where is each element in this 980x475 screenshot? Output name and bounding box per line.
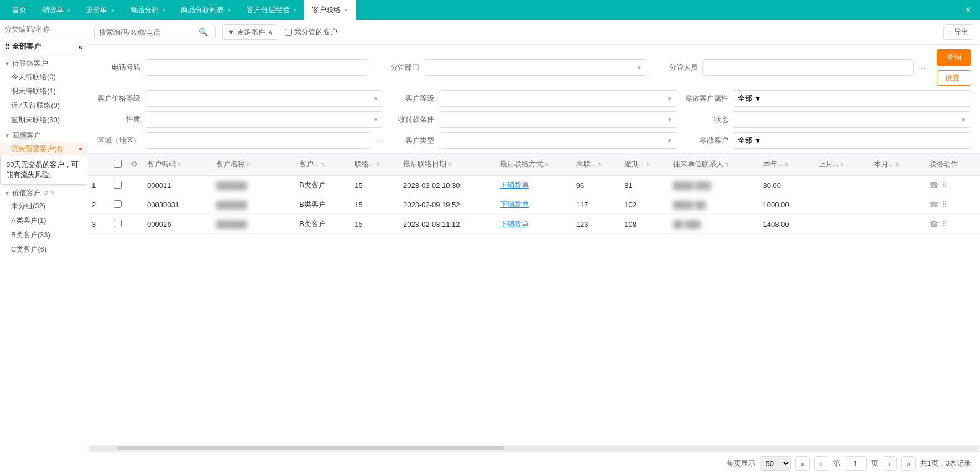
col-code[interactable]: 客户编码 ⇅	[143, 154, 212, 175]
more-icon[interactable]: ⠿	[942, 200, 947, 209]
nav-home[interactable]: 首页	[4, 0, 34, 20]
sidebar-item-ungrouped[interactable]: 未分组(32)	[0, 199, 87, 213]
status-select[interactable]: ▼	[733, 111, 971, 128]
row-index: 1	[87, 175, 110, 195]
sidebar-item-today[interactable]: 今天待联络(0)	[0, 70, 87, 84]
col-overdue[interactable]: 逾期... ⇅	[620, 154, 669, 175]
close-icon[interactable]: ×	[227, 7, 231, 13]
horizontal-scrollbar[interactable]	[87, 445, 980, 451]
filter-row-1: 电话号码 分管部门 ▼ 分管人员 ···	[96, 49, 971, 86]
col-last-month[interactable]: 上月... ⇅	[814, 154, 869, 175]
col-last-method[interactable]: 最后联络方式 ⇅	[496, 154, 572, 175]
sidebar-group-pending[interactable]: ▼ 待联络客户	[0, 55, 87, 70]
col-this-month[interactable]: 本月... ⇅	[869, 154, 925, 175]
filter-more-button[interactable]: ▼ 更多条件 ∧	[222, 24, 278, 40]
nav-customer-contact[interactable]: 客户联络 ×	[304, 0, 355, 20]
sidebar-item-overdue[interactable]: 逾期未联络(30)	[0, 113, 87, 127]
my-customers-checkbox-wrap[interactable]: 我分管的客户	[285, 27, 337, 37]
filter-retail-attr: 零散客户属性 全部 ▼	[684, 90, 971, 107]
sort-icon: ⇅	[321, 161, 325, 168]
dept-select[interactable]: ▼	[424, 59, 647, 76]
export-button[interactable]: ↑ 导出	[943, 24, 974, 40]
page-input[interactable]	[845, 456, 867, 471]
close-icon[interactable]: ×	[111, 7, 114, 13]
row-type: B类客户	[295, 215, 350, 234]
customer-type-select[interactable]: ▼	[439, 132, 677, 149]
nature-select[interactable]: ▼	[145, 111, 383, 128]
filter-row-4: 区域（地区） ··· 客户类型 ▼ 零散客户 全部	[96, 132, 971, 149]
refresh-icon[interactable]: ↺	[43, 189, 49, 197]
price-level-label: 客户价格等级	[96, 93, 140, 103]
retail-attr-select[interactable]: 全部 ▼	[733, 90, 971, 107]
close-all-button[interactable]: ×	[961, 4, 976, 16]
query-button[interactable]: 查询	[937, 49, 971, 66]
sidebar-group-value[interactable]: ▼ 价值客户 ↺ ✎	[0, 185, 87, 199]
next-page-button[interactable]: ›	[883, 456, 897, 471]
retail-customer-select[interactable]: 全部 ▼	[733, 132, 971, 149]
dots-icon[interactable]: ···	[376, 137, 383, 145]
my-customers-checkbox[interactable]	[285, 29, 292, 36]
last-page-button[interactable]: »	[901, 456, 916, 471]
close-icon[interactable]: ×	[67, 7, 70, 13]
sidebar-all-customers[interactable]: ⠿ 全部客户 «	[0, 38, 87, 55]
chevron-down-icon: ▼	[667, 96, 673, 102]
sidebar-group-review[interactable]: ▼ 回顾客户	[0, 127, 87, 142]
sidebar-search-input[interactable]	[4, 25, 87, 33]
col-uncontacted[interactable]: 未联... ⇅	[572, 154, 621, 175]
col-contacts[interactable]: 往来单位联系人 ⇅	[669, 154, 759, 175]
contact-icon[interactable]: ☎	[929, 181, 939, 190]
col-last-date[interactable]: 最后联络日期 ⇅	[399, 154, 496, 175]
manager-select[interactable]	[702, 59, 914, 76]
gear-icon[interactable]: ⚙	[131, 159, 138, 169]
edit-icon[interactable]: ✎	[50, 189, 55, 197]
payment-select[interactable]: ▼	[439, 111, 677, 128]
first-page-button[interactable]: «	[795, 456, 810, 471]
sidebar-item-churn-warning[interactable]: 流失预警客户(3) ●	[0, 142, 87, 156]
search-input[interactable]	[99, 28, 199, 36]
row-select-checkbox[interactable]	[114, 181, 122, 189]
scrollbar-thumb[interactable]	[117, 446, 504, 450]
nav-purchase[interactable]: 进货单 ×	[78, 0, 122, 20]
col-name[interactable]: 客户名称 ⇅	[212, 154, 295, 175]
row-contact-count: 15	[350, 215, 399, 234]
sidebar-item-class-a[interactable]: A类客户(1)	[0, 213, 87, 228]
collapse-icon[interactable]: «	[79, 43, 82, 51]
contact-icon[interactable]: ☎	[929, 200, 939, 209]
col-this-year[interactable]: 本年... ⇅	[759, 154, 814, 175]
close-icon[interactable]: ×	[293, 7, 296, 13]
more-icon[interactable]: ⠿	[942, 181, 947, 190]
page-size-label: 每页显示	[727, 458, 755, 468]
close-icon[interactable]: ×	[344, 7, 347, 13]
prev-page-button[interactable]: ‹	[814, 456, 828, 471]
sidebar-item-7days[interactable]: 近7天待联络(0)	[0, 98, 87, 113]
col-contact[interactable]: 联络... ⇅	[350, 154, 399, 175]
page-label-pre: 第	[833, 458, 840, 468]
nav-sales[interactable]: 销货单 ×	[34, 0, 78, 20]
row-select-checkbox[interactable]	[114, 200, 122, 208]
phone-input[interactable]	[145, 59, 368, 76]
row-overdue: 108	[620, 215, 669, 234]
row-select-checkbox[interactable]	[114, 220, 122, 227]
row-last-method[interactable]: 下销货单	[496, 215, 572, 234]
sidebar-item-tomorrow[interactable]: 明天待联络(1)	[0, 84, 87, 98]
sidebar-item-class-b[interactable]: B类客户(33)	[0, 228, 87, 242]
nav-customer-tier[interactable]: 客户分层经营 ×	[239, 0, 304, 20]
close-icon[interactable]: ×	[162, 7, 165, 13]
page-size-select[interactable]: 50 20 100	[760, 456, 791, 471]
sidebar-item-class-c[interactable]: C类客户(6)	[0, 242, 87, 257]
select-all-checkbox[interactable]	[114, 160, 122, 168]
customer-level-select[interactable]: ▼	[439, 90, 677, 107]
row-last-method[interactable]: 下销货单	[496, 175, 572, 195]
search-button[interactable]: 🔍	[199, 28, 208, 36]
contact-icon[interactable]: ☎	[929, 220, 939, 228]
more-icon[interactable]: ⠿	[942, 220, 947, 228]
nav-product-analysis[interactable]: 商品分析 ×	[122, 0, 173, 20]
region-label: 区域（地区）	[96, 135, 140, 145]
nav-product-list[interactable]: 商品分析列表 ×	[173, 0, 238, 20]
settings-button[interactable]: 设置	[937, 70, 971, 86]
col-type[interactable]: 客户... ⇅	[295, 154, 350, 175]
price-level-select[interactable]: ▼	[145, 90, 383, 107]
row-last-method[interactable]: 下销货单	[496, 195, 572, 215]
dots-icon[interactable]: ···	[918, 64, 926, 72]
region-select[interactable]	[145, 132, 371, 149]
